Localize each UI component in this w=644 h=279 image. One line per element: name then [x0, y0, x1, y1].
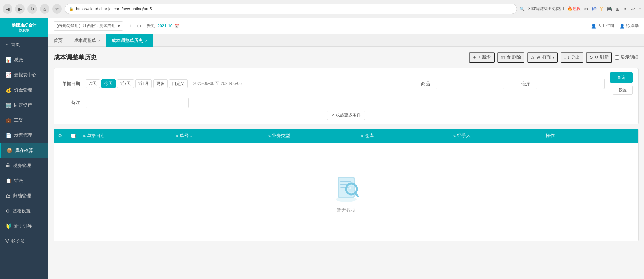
browser-tool-search[interactable]: 🔍 — [520, 7, 525, 11]
settings-icon: ⚙ — [5, 208, 10, 214]
sort-biztype-icon: ⇅ — [268, 134, 271, 138]
sidebar-item-home[interactable]: ⌂首页 — [0, 37, 48, 52]
payroll-icon: 💼 — [5, 118, 11, 123]
sidebar-item-invoice[interactable]: 📄发票管理 — [0, 128, 48, 143]
browser-bar: ◀ ▶ ↻ ⌂ ☆ 🔒 https://cloud.chanjet.com/ac… — [0, 0, 644, 18]
browser-tool-sun[interactable]: ☀ — [623, 6, 628, 12]
sort-date-icon: ⇅ — [83, 134, 86, 138]
select-all-input[interactable] — [71, 134, 76, 138]
sidebar-label-fixed_assets: 固定资产 — [14, 102, 32, 108]
tab-label-cost_adjust_history: 成本调整单历史 — [112, 37, 143, 44]
sidebar-item-settings[interactable]: ⚙基础设置 — [0, 203, 48, 219]
tab-close-cost_adjust[interactable]: × — [98, 38, 100, 43]
browser-tool-translate[interactable]: 译 — [592, 6, 597, 12]
sidebar-item-general_ledger[interactable]: 📊总账 — [0, 52, 48, 67]
user-info[interactable]: 👤 徐泽华 — [620, 23, 639, 29]
collapse-button[interactable]: ∧ 收起更多条件 — [327, 111, 365, 120]
setting-button[interactable]: 设置 — [613, 86, 633, 95]
date-btn-近7天[interactable]: 近7天 — [117, 79, 134, 88]
settings-icon[interactable]: ⚙ — [137, 23, 142, 29]
plus-icon: ＋ — [472, 54, 477, 60]
goods-selector[interactable]: ... — [436, 79, 504, 89]
period-label: 账期 — [147, 23, 155, 29]
invoice-icon: 📄 — [5, 133, 11, 138]
sidebar-item-settle[interactable]: 📋结账 — [0, 173, 48, 188]
browser-tool-grid[interactable]: ⊞ — [615, 6, 620, 12]
sidebar-item-fund[interactable]: 💰资金管理 — [0, 82, 48, 98]
company-selector[interactable]: (勿删勿禁用）江西服宝测试专用 ▾ — [54, 21, 123, 31]
sidebar-label-member: 畅会员 — [11, 238, 25, 244]
date-filter-label: 单据日期 — [59, 81, 80, 87]
sidebar-label-tax: 税务管理 — [13, 163, 31, 169]
url-bar[interactable]: 🔒 https://cloud.chanjet.com/accounting/u… — [65, 4, 517, 14]
header-actions: ＋ + 新增 🗑 🗑 删除 🖨 🖨 打印 ▾ — [469, 52, 639, 63]
th-warehouse[interactable]: ⇅ 仓库 — [358, 133, 451, 139]
remarks-input[interactable] — [86, 98, 189, 108]
th-date[interactable]: ⇅ 单据日期 — [80, 133, 173, 139]
page-tab-cost_adjust_history[interactable]: 成本调整单历史× — [106, 34, 153, 47]
sidebar-item-tax[interactable]: 🏛税务管理 — [0, 158, 48, 173]
date-btn-今天[interactable]: 今天 — [101, 79, 116, 88]
sort-warehouse-icon: ⇅ — [361, 134, 363, 138]
sidebar-item-fixed_assets[interactable]: 🏢固定资产 — [0, 98, 48, 113]
date-btn-自定义[interactable]: 自定义 — [169, 79, 188, 88]
show-detail-checkbox[interactable]: 显示明细 — [615, 54, 639, 60]
calendar-icon[interactable]: 📅 — [174, 24, 180, 29]
tab-close-cost_adjust_history[interactable]: × — [145, 38, 147, 43]
fund-icon: 💰 — [5, 87, 11, 93]
print-button[interactable]: 🖨 🖨 打印 ▾ — [527, 52, 558, 63]
page-tab-home[interactable]: 首页 — [48, 34, 68, 47]
th-biz-type[interactable]: ⇅ 业务类型 — [265, 133, 358, 139]
member-icon: V — [5, 238, 9, 244]
browser-tool-game[interactable]: 🎮 — [606, 6, 612, 12]
back-button[interactable]: ◀ — [3, 4, 12, 14]
sidebar-item-member[interactable]: V畅会员 — [0, 234, 48, 249]
add-icon[interactable]: + — [128, 23, 132, 29]
settle-icon: 📋 — [5, 178, 11, 183]
th-operator[interactable]: ⇅ 经手人 — [450, 133, 543, 139]
period-info: 账期 2021-10 📅 — [147, 23, 180, 29]
browser-tool-menu[interactable]: ≡ — [639, 6, 641, 12]
home-icon: ⌂ — [5, 42, 8, 47]
service-button[interactable]: 👤 人工咨询 — [591, 23, 614, 29]
select-all-checkbox[interactable] — [66, 134, 80, 138]
date-btn-近1月[interactable]: 近1月 — [135, 79, 152, 88]
show-detail-label: 显示明细 — [621, 54, 639, 60]
show-detail-input[interactable] — [615, 55, 619, 60]
browser-tool-wallet[interactable]: ¥ — [600, 6, 603, 12]
sidebar-item-inventory[interactable]: 📦库存核算 — [0, 143, 48, 158]
export-button[interactable]: ↓ ↓ 导出 — [561, 52, 584, 63]
page-tabs: 首页成本调整单×成本调整单历史× — [48, 34, 644, 47]
browser-tool-undo[interactable]: ↩ — [631, 6, 635, 12]
delete-button[interactable]: 🗑 🗑 删除 — [497, 52, 525, 63]
sidebar-label-settle: 结账 — [14, 178, 23, 184]
forward-button[interactable]: ▶ — [15, 4, 25, 14]
page-tab-cost_adjust[interactable]: 成本调整单× — [68, 34, 106, 47]
table-container: ⚙ ⇅ 单据日期 ⇅ 单号... ⇅ 业务类型 — [54, 129, 639, 241]
date-filter-group: 昨天今天近7天近1月更多自定义 — [86, 79, 188, 88]
query-button[interactable]: 查询 — [610, 72, 633, 83]
top-right-area: 👤 人工咨询 👤 徐泽华 — [591, 23, 639, 29]
th-number[interactable]: ⇅ 单号... — [173, 133, 265, 139]
star-button[interactable]: ☆ — [52, 4, 62, 14]
new-button[interactable]: ＋ + 新增 — [469, 52, 494, 63]
browser-tool-scissors[interactable]: ✂ — [584, 6, 588, 12]
date-btn-更多[interactable]: 更多 — [153, 79, 168, 88]
tax-icon: 🏛 — [5, 163, 10, 168]
sidebar-item-guide[interactable]: 🔰新手引导 — [0, 219, 48, 234]
sidebar-item-reports[interactable]: 📈云报表中心 — [0, 67, 48, 82]
svg-rect-3 — [340, 181, 351, 182]
sidebar: 畅捷通好会计 旗舰版 ⌂首页📊总账📈云报表中心💰资金管理🏢固定资产💼工资📄发票管… — [0, 18, 48, 279]
refresh-button[interactable]: ↻ ↻ 刷新 — [586, 52, 612, 63]
sort-operator-icon: ⇅ — [453, 134, 456, 138]
browser-hot-label[interactable]: 🔥热搜 — [567, 6, 581, 12]
chevron-down-icon: ▾ — [118, 24, 120, 29]
refresh-button[interactable]: ↻ — [27, 4, 37, 14]
sidebar-item-payroll[interactable]: 💼工资 — [0, 113, 48, 128]
home-button[interactable]: ⌂ — [40, 4, 49, 14]
sidebar-item-archive[interactable]: 🗂归档管理 — [0, 188, 48, 203]
warehouse-selector[interactable]: ... — [536, 79, 605, 89]
date-btn-昨天[interactable]: 昨天 — [86, 79, 100, 88]
table-settings-icon[interactable]: ⚙ — [54, 133, 66, 138]
empty-image — [329, 170, 363, 204]
